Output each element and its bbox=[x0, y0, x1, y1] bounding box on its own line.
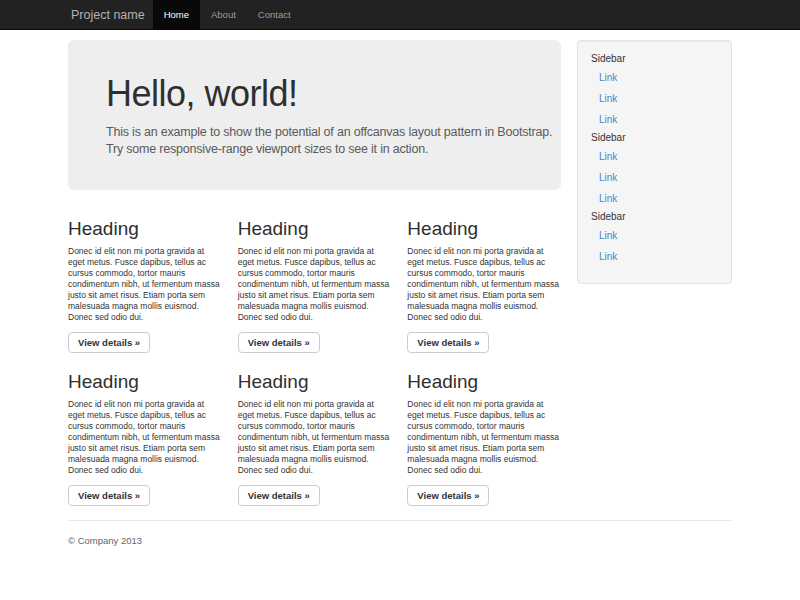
card-body-text: Donec id elit non mi porta gravida at eg… bbox=[68, 246, 222, 323]
sidebar-link[interactable]: Link bbox=[590, 88, 719, 109]
view-details-button[interactable]: View details » bbox=[238, 332, 320, 353]
view-details-button[interactable]: View details » bbox=[407, 332, 489, 353]
card-body-text: Donec id elit non mi porta gravida at eg… bbox=[238, 246, 392, 323]
sidebar-group-heading: Sidebar bbox=[590, 209, 719, 225]
sidebar-group-heading: Sidebar bbox=[590, 51, 719, 67]
card-1: Heading Donec id elit non mi porta gravi… bbox=[68, 218, 222, 353]
navbar-brand[interactable]: Project name bbox=[68, 0, 153, 30]
view-details-button[interactable]: View details » bbox=[407, 485, 489, 506]
sidebar-link[interactable]: Link bbox=[590, 167, 719, 188]
cards-row-2: Heading Donec id elit non mi porta gravi… bbox=[68, 371, 561, 506]
navbar-nav: Home About Contact bbox=[153, 0, 302, 30]
navbar: Project name Home About Contact bbox=[0, 0, 800, 30]
view-details-button[interactable]: View details » bbox=[68, 332, 150, 353]
card-2: Heading Donec id elit non mi porta gravi… bbox=[238, 218, 392, 353]
navbar-inner: Project name Home About Contact bbox=[68, 0, 732, 30]
card-body-text: Donec id elit non mi porta gravida at eg… bbox=[238, 399, 392, 476]
main-content: Hello, world! This is an example to show… bbox=[68, 30, 561, 506]
sidebar-link[interactable]: Link bbox=[590, 225, 719, 246]
sidebar-link[interactable]: Link bbox=[590, 246, 719, 267]
sidebar-link[interactable]: Link bbox=[590, 109, 719, 130]
card-heading: Heading bbox=[68, 218, 222, 239]
card-heading: Heading bbox=[238, 371, 392, 392]
cards-row-1: Heading Donec id elit non mi porta gravi… bbox=[68, 218, 561, 353]
sidebar-link[interactable]: Link bbox=[590, 67, 719, 88]
sidebar-link[interactable]: Link bbox=[590, 188, 719, 209]
nav-item-contact[interactable]: Contact bbox=[247, 0, 302, 30]
sidebar-link[interactable]: Link bbox=[590, 146, 719, 167]
sidebar-group-heading: Sidebar bbox=[590, 130, 719, 146]
sidebar-nav: Sidebar Link Link Link Sidebar Link Link… bbox=[577, 40, 732, 284]
footer: © Company 2013 bbox=[68, 535, 732, 546]
card-body-text: Donec id elit non mi porta gravida at eg… bbox=[407, 246, 561, 323]
view-details-button[interactable]: View details » bbox=[68, 485, 150, 506]
card-4: Heading Donec id elit non mi porta gravi… bbox=[68, 371, 222, 506]
jumbotron-lead: This is an example to show the potential… bbox=[106, 124, 553, 158]
card-heading: Heading bbox=[238, 218, 392, 239]
card-heading: Heading bbox=[407, 218, 561, 239]
nav-item-about[interactable]: About bbox=[200, 0, 247, 30]
card-heading: Heading bbox=[68, 371, 222, 392]
content-row: Hello, world! This is an example to show… bbox=[68, 30, 732, 506]
footer-divider bbox=[68, 520, 732, 521]
card-heading: Heading bbox=[407, 371, 561, 392]
jumbotron: Hello, world! This is an example to show… bbox=[68, 40, 561, 190]
card-body-text: Donec id elit non mi porta gravida at eg… bbox=[68, 399, 222, 476]
nav-item-home[interactable]: Home bbox=[153, 0, 200, 30]
card-6: Heading Donec id elit non mi porta gravi… bbox=[407, 371, 561, 506]
sidebar-column: Sidebar Link Link Link Sidebar Link Link… bbox=[577, 30, 732, 506]
card-3: Heading Donec id elit non mi porta gravi… bbox=[407, 218, 561, 353]
view-details-button[interactable]: View details » bbox=[238, 485, 320, 506]
container: Hello, world! This is an example to show… bbox=[68, 30, 732, 546]
card-body-text: Donec id elit non mi porta gravida at eg… bbox=[407, 399, 561, 476]
page-title: Hello, world! bbox=[106, 76, 523, 112]
copyright-text: © Company 2013 bbox=[68, 535, 732, 546]
page: Project name Home About Contact Hello, w… bbox=[0, 0, 800, 600]
card-5: Heading Donec id elit non mi porta gravi… bbox=[238, 371, 392, 506]
